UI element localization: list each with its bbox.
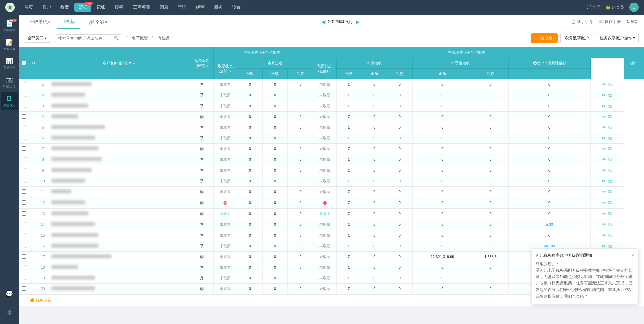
nav-item-message[interactable]: 消息 — [156, 3, 172, 12]
nav-item-customer[interactable]: 客户 — [38, 3, 55, 12]
col-settings-icon[interactable]: ⚙ — [32, 61, 35, 65]
row-checkbox[interactable] — [22, 276, 26, 280]
row-checkbox[interactable] — [22, 136, 26, 140]
col-customer[interactable]: 客户名称(全部) ▼ — [48, 47, 190, 79]
sidebar-item-scan-upload[interactable]: 📷 扫描上传 — [1, 74, 18, 91]
edit-icon[interactable]: ✏ — [602, 135, 606, 141]
copy-icon[interactable]: ⧉ — [608, 222, 612, 227]
prev-month-btn[interactable]: ◀ — [321, 19, 325, 25]
copy-icon[interactable]: ⧉ — [608, 189, 612, 194]
row-checkbox[interactable] — [22, 125, 26, 129]
manual-btn[interactable]: 📖 操作手册 — [598, 19, 621, 25]
nav-item-home[interactable]: 首页 — [20, 3, 37, 12]
edit-icon[interactable]: ✏ — [602, 189, 606, 194]
popup-close-btn[interactable]: ✕ — [631, 253, 634, 258]
copy-icon[interactable]: ⧉ — [608, 135, 612, 141]
row-checkbox[interactable] — [22, 200, 26, 205]
row-checkbox[interactable] — [22, 189, 26, 194]
select-all-checkbox[interactable] — [22, 61, 26, 65]
row-checkbox[interactable] — [22, 265, 26, 269]
copy-icon[interactable]: ⧉ — [608, 200, 612, 205]
row-checkbox[interactable] — [22, 157, 26, 161]
nav-item-tax[interactable]: 报税 — [111, 3, 127, 12]
new-guide-btn[interactable]: 📋 新手引导 — [571, 19, 593, 25]
checkbox-taxdisc-label[interactable]: 有税盘 — [152, 35, 170, 41]
edit-icon[interactable]: ✏ — [602, 125, 606, 130]
tax-digital-ops-btn[interactable]: 税务数字账户操作 ▾ — [596, 33, 639, 43]
copy-icon[interactable]: ⧉ — [608, 233, 612, 238]
checkbox-account[interactable] — [126, 36, 130, 40]
nav-item-accounting[interactable]: 记账 — [93, 3, 109, 12]
row-checkbox[interactable] — [22, 179, 26, 183]
edit-icon[interactable]: ✏ — [602, 157, 606, 162]
sidebar-item-invoice-open[interactable]: 📝 发票开具 — [1, 36, 18, 54]
row-checkbox[interactable] — [22, 233, 26, 237]
copy-icon[interactable]: ⧉ — [608, 178, 612, 184]
edit-icon[interactable]: ✏ — [602, 222, 606, 227]
sidebar-item-smart-ticket[interactable]: 📄 智能票据 new — [1, 17, 18, 35]
employee-select[interactable]: 全部员工 ▾ — [24, 34, 51, 43]
sidebar-item-ticket-entry[interactable]: 🗒 票据录入 — [1, 92, 18, 110]
search-input[interactable] — [58, 36, 113, 41]
nav-item-service[interactable]: 服务 — [210, 3, 227, 12]
row-checkbox[interactable] — [22, 254, 26, 259]
nav-item-commerce[interactable]: 工商项目 — [129, 3, 154, 12]
tax-digital-account-btn[interactable]: 税务数字账户 — [560, 33, 593, 43]
nav-item-manage[interactable]: 管理 — [174, 3, 191, 12]
checkbox-account-label[interactable]: 名下账套 — [126, 35, 148, 41]
row-checkbox[interactable] — [22, 104, 26, 108]
edit-icon[interactable]: ✏ — [602, 114, 606, 119]
copy-icon[interactable]: ⧉ — [608, 168, 612, 173]
col-in-status[interactable]: 取票状态(全部) — [214, 58, 237, 79]
copy-icon[interactable]: ⧉ — [608, 125, 612, 130]
copy-icon[interactable]: ⧉ — [608, 146, 612, 151]
edit-icon[interactable]: ✏ — [602, 82, 606, 87]
edit-icon[interactable]: ✏ — [602, 178, 606, 184]
copy-icon[interactable]: ⧉ — [608, 92, 612, 98]
copy-icon[interactable]: ⧉ — [608, 243, 612, 249]
row-checkbox[interactable] — [22, 211, 26, 216]
edit-icon[interactable]: ✏ — [602, 103, 606, 109]
row-checkbox[interactable] — [22, 222, 26, 226]
edit-icon[interactable]: ✏ — [602, 243, 606, 249]
nav-item-settings[interactable]: 设置 — [228, 3, 245, 12]
row-checkbox[interactable] — [22, 146, 26, 151]
copy-icon[interactable]: ⧉ — [608, 82, 612, 87]
row-checkbox[interactable] — [22, 114, 26, 119]
col-out-status[interactable]: 取票状态(全部) — [313, 58, 336, 79]
edit-icon[interactable]: ✏ — [602, 92, 606, 98]
next-month-btn[interactable]: ▶ — [356, 19, 360, 25]
copy-icon[interactable]: ⧉ — [608, 103, 612, 109]
copy-icon[interactable]: ⧉ — [608, 114, 612, 119]
nav-item-ticket[interactable]: 票据 new — [74, 3, 91, 12]
tax-policy-link[interactable]: 🔶 税务政策 — [30, 298, 52, 303]
tab-general-taxpayer[interactable]: 一般纳税人 — [24, 15, 57, 29]
copy-icon[interactable]: ⧉ — [608, 211, 612, 216]
user-avatar[interactable]: U — [629, 3, 639, 12]
search-icon[interactable]: 🔍 — [114, 36, 119, 41]
refresh-btn[interactable]: ↻ 刷新 — [626, 19, 639, 25]
member-btn[interactable]: 👑 购会员 — [606, 5, 624, 10]
edit-icon[interactable]: ✏ — [602, 211, 606, 216]
nav-item-fee[interactable]: 收费 — [56, 3, 73, 12]
col-tax-period[interactable]: 纳税周期(全部) — [190, 47, 214, 79]
edit-icon[interactable]: ✏ — [602, 168, 606, 173]
row-checkbox[interactable] — [22, 244, 26, 248]
row-checkbox[interactable] — [22, 82, 26, 86]
copy-icon[interactable]: ⧉ — [608, 157, 612, 162]
sidebar-item-settings[interactable]: ⚙ — [1, 304, 18, 321]
sidebar-item-message[interactable]: 💬 — [1, 285, 18, 303]
edit-icon[interactable]: ✏ — [602, 233, 606, 238]
edit-icon[interactable]: ✏ — [602, 200, 606, 205]
fullscreen-btn[interactable]: ⛶ 全屏 — [587, 5, 600, 10]
row-checkbox[interactable] — [22, 286, 26, 291]
tab-small-scale[interactable]: 小规模 — [57, 15, 80, 29]
row-checkbox[interactable] — [22, 168, 26, 172]
checkbox-taxdisc[interactable] — [152, 36, 156, 40]
nav-item-operation[interactable]: 经营 — [192, 3, 209, 12]
sidebar-item-ticket-summary[interactable]: 📊 票据汇总 — [1, 55, 18, 72]
tab-all[interactable]: 🔗 全能 ▾ — [86, 16, 110, 29]
edit-icon[interactable]: ✏ — [602, 146, 606, 151]
row-checkbox[interactable] — [22, 93, 26, 97]
one-click-ticket-btn[interactable]: 一键取票 — [531, 33, 558, 43]
